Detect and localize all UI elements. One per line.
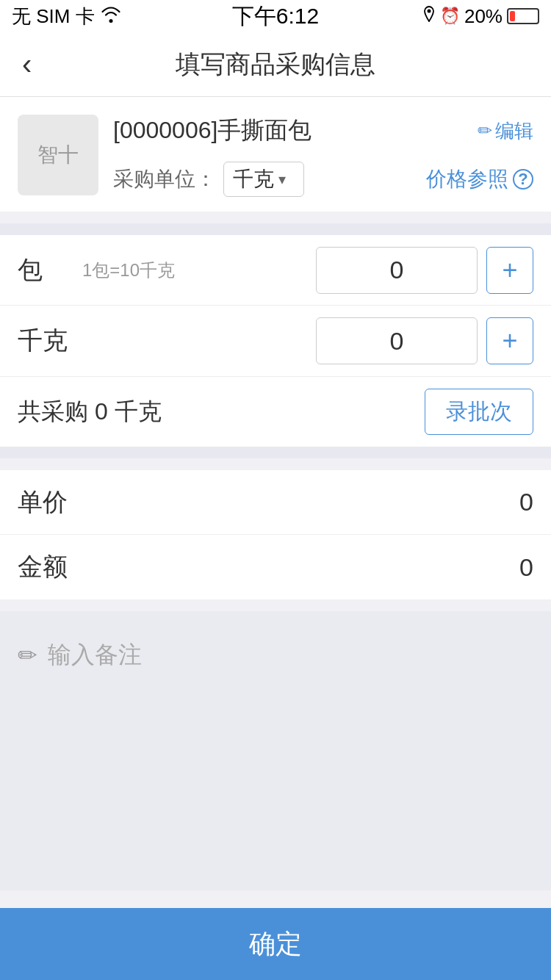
unit-label: 采购单位： [113, 165, 216, 193]
note-section[interactable]: ✏ 输入备注 [0, 611, 551, 699]
kg-plus-button[interactable]: + [486, 317, 533, 364]
edit-button[interactable]: ✏ 编辑 [478, 118, 533, 144]
kg-plus-icon: + [502, 325, 517, 356]
unit-price-row: 单价 0 [0, 470, 551, 535]
page-title: 填写商品采购信息 [176, 48, 375, 82]
status-time: 下午6:12 [232, 1, 319, 32]
bag-plus-button[interactable]: + [486, 247, 533, 294]
note-placeholder: 输入备注 [48, 639, 142, 671]
bag-input-row: 包 1包=10千克 + [0, 235, 551, 306]
location-icon [422, 6, 436, 26]
summary-row: 共采购 0 千克 录批次 [0, 376, 551, 447]
amount-label: 金额 [18, 550, 68, 584]
pencil-icon: ✏ [18, 641, 37, 669]
spacer [0, 699, 551, 890]
status-left: 无 SIM 卡 [12, 4, 121, 29]
sim-label: 无 SIM 卡 [12, 4, 95, 29]
unit-select-arrow-icon: ▾ [278, 170, 286, 188]
input-section: 包 1包=10千克 + 千克 + [0, 235, 551, 376]
svg-point-0 [427, 10, 431, 13]
bag-label: 包 [18, 253, 76, 287]
confirm-bar[interactable]: 确定 [0, 908, 551, 980]
battery-pct: 20% [464, 5, 503, 28]
unit-price-label: 单价 [18, 486, 68, 519]
bag-quantity-input[interactable] [316, 247, 478, 294]
unit-price-value: 0 [519, 488, 533, 516]
product-info: [0000006]手撕面包 ✏ 编辑 采购单位： 千克 ▾ 价格参照 ? [113, 115, 533, 197]
price-ref-label: 价格参照 [426, 165, 508, 193]
product-unit-row: 采购单位： 千克 ▾ 价格参照 ? [113, 162, 533, 197]
back-icon: ‹ [22, 48, 32, 80]
price-ref-button[interactable]: 价格参照 ? [426, 165, 533, 193]
status-right: ⏰ 20% [422, 5, 539, 28]
edit-label: 编辑 [495, 118, 533, 144]
batch-button[interactable]: 录批次 [425, 389, 533, 435]
unit-select-text: 千克 [233, 165, 274, 193]
divider-2 [0, 447, 551, 458]
back-button[interactable]: ‹ [15, 40, 39, 88]
kg-input-row: 千克 + [0, 306, 551, 376]
amount-value: 0 [519, 553, 533, 582]
unit-selector-group: 采购单位： 千克 ▾ [113, 162, 304, 197]
wifi-icon [101, 5, 121, 28]
product-image: 智十 [18, 115, 98, 195]
nav-bar: ‹ 填写商品采购信息 [0, 32, 551, 97]
kg-input-right: + [316, 317, 533, 364]
kg-quantity-input[interactable] [316, 317, 478, 364]
alarm-icon: ⏰ [440, 7, 460, 26]
bag-input-right: + [316, 247, 533, 294]
content-area: 智十 [0000006]手撕面包 ✏ 编辑 采购单位： 千克 ▾ [0, 97, 551, 908]
price-ref-help-icon: ? [513, 169, 533, 190]
unit-select[interactable]: 千克 ▾ [223, 162, 304, 197]
product-card: 智十 [0000006]手撕面包 ✏ 编辑 采购单位： 千克 ▾ [0, 97, 551, 212]
product-name: [0000006]手撕面包 [113, 115, 311, 147]
amount-row: 金额 0 [0, 535, 551, 599]
edit-icon: ✏ [478, 120, 492, 141]
battery-icon [507, 8, 539, 24]
confirm-label: 确定 [249, 926, 302, 962]
bag-sublabel: 1包=10千克 [82, 259, 175, 282]
price-section: 单价 0 金额 0 [0, 470, 551, 599]
product-image-placeholder: 智十 [37, 143, 79, 167]
divider-1 [0, 223, 551, 235]
bag-plus-icon: + [502, 255, 517, 286]
summary-text: 共采购 0 千克 [18, 396, 162, 428]
product-name-row: [0000006]手撕面包 ✏ 编辑 [113, 115, 533, 147]
status-bar: 无 SIM 卡 下午6:12 ⏰ 20% [0, 0, 551, 32]
kg-label: 千克 [18, 324, 76, 358]
